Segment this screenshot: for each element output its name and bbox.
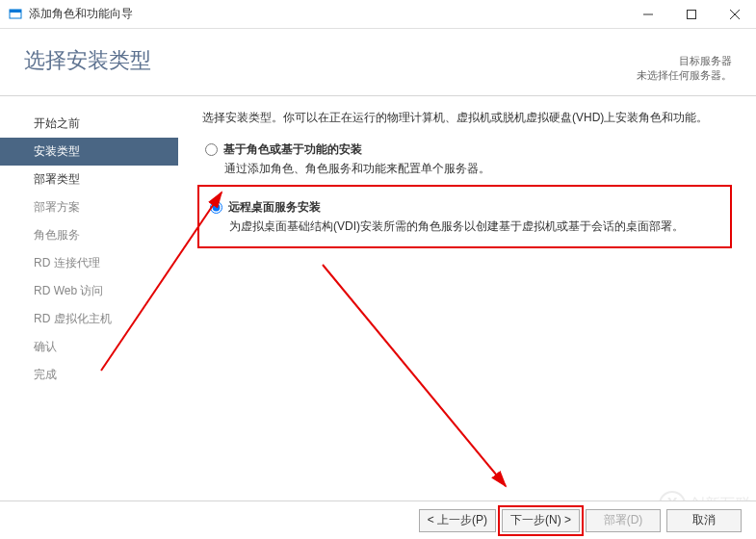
deploy-button: 部署(D) — [586, 509, 661, 532]
sidebar-item-deployment-type[interactable]: 部署类型 — [0, 166, 178, 193]
cancel-button[interactable]: 取消 — [666, 509, 742, 532]
option-role-based-desc: 通过添加角色、角色服务和功能来配置单个服务器。 — [205, 161, 732, 177]
sidebar: 开始之前 安装类型 部署类型 部署方案 角色服务 RD 连接代理 RD Web … — [0, 96, 178, 500]
sidebar-item-before-you-begin[interactable]: 开始之前 — [0, 110, 178, 138]
svg-rect-1 — [10, 10, 21, 13]
body: 开始之前 安装类型 部署类型 部署方案 角色服务 RD 连接代理 RD Web … — [0, 96, 756, 500]
sidebar-item-rd-virtualization-host: RD 虚拟化主机 — [0, 305, 178, 333]
sidebar-item-completion: 完成 — [0, 361, 178, 389]
option-role-based-title: 基于角色或基于功能的安装 — [223, 141, 362, 158]
option-role-based[interactable]: 基于角色或基于功能的安装 通过添加角色、角色服务和功能来配置单个服务器。 — [202, 141, 732, 177]
next-button[interactable]: 下一步(N) > — [502, 509, 580, 532]
minimize-button[interactable] — [626, 0, 669, 29]
sidebar-item-role-services: 角色服务 — [0, 221, 178, 249]
sidebar-item-rd-connection-broker: RD 连接代理 — [0, 249, 178, 277]
footer: < 上一步(P) 下一步(N) > 部署(D) 取消 — [0, 500, 756, 539]
content: 选择安装类型。你可以在正在运行的物理计算机、虚拟机或脱机虚拟硬盘(VHD)上安装… — [178, 96, 756, 500]
previous-button[interactable]: < 上一步(P) — [419, 509, 496, 532]
target-info: 目标服务器 未选择任何服务器。 — [637, 46, 732, 95]
sidebar-item-installation-type[interactable]: 安装类型 — [0, 138, 178, 166]
sidebar-item-rd-web-access: RD Web 访问 — [0, 277, 178, 305]
app-icon — [8, 7, 23, 22]
option-remote-desktop-label[interactable]: 远程桌面服务安装 — [210, 199, 727, 216]
highlight-box: 远程桌面服务安装 为虚拟桌面基础结构(VDI)安装所需的角色服务以创建基于虚拟机… — [197, 185, 732, 248]
titlebar: 添加角色和功能向导 — [0, 0, 756, 29]
window-title: 添加角色和功能向导 — [29, 6, 626, 22]
sidebar-item-confirmation: 确认 — [0, 333, 178, 361]
sidebar-item-deployment-scenario: 部署方案 — [0, 193, 178, 221]
option-remote-desktop-desc: 为虚拟桌面基础结构(VDI)安装所需的角色服务以创建基于虚拟机或基于会话的桌面部… — [210, 218, 727, 235]
option-remote-desktop-title: 远程桌面服务安装 — [228, 199, 321, 216]
target-value: 未选择任何服务器。 — [637, 68, 732, 83]
option-remote-desktop[interactable]: 远程桌面服务安装 为虚拟桌面基础结构(VDI)安装所需的角色服务以创建基于虚拟机… — [207, 199, 727, 235]
radio-remote-desktop[interactable] — [210, 201, 222, 214]
window-controls — [626, 0, 756, 29]
header: 选择安装类型 目标服务器 未选择任何服务器。 — [0, 29, 756, 96]
svg-rect-3 — [687, 10, 695, 18]
close-button[interactable] — [713, 0, 756, 29]
target-label: 目标服务器 — [637, 54, 732, 68]
radio-role-based[interactable] — [205, 143, 218, 156]
page-title: 选择安装类型 — [24, 46, 151, 95]
option-role-based-label[interactable]: 基于角色或基于功能的安装 — [205, 141, 732, 158]
intro-text: 选择安装类型。你可以在正在运行的物理计算机、虚拟机或脱机虚拟硬盘(VHD)上安装… — [202, 110, 732, 126]
maximize-button[interactable] — [669, 0, 713, 29]
